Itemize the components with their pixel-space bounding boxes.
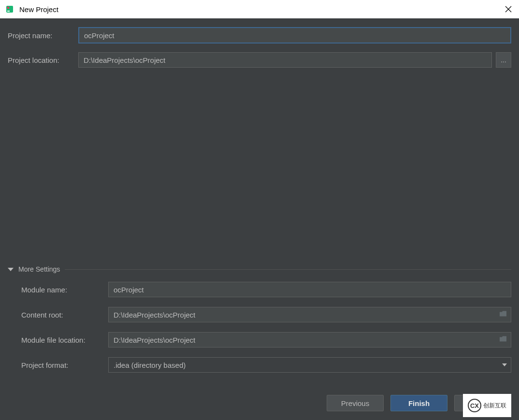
module-file-location-value: D:\IdeaProjects\ocProject [114,336,195,344]
content-root-input[interactable]: D:\IdeaProjects\ocProject [108,307,511,322]
dialog-body: Project name: Project location: ... More… [0,18,519,420]
title-bar: New Project [0,0,519,18]
project-name-row: Project name: [8,27,511,43]
watermark: CX 创新互联 [463,394,511,417]
content-root-value: D:\IdeaProjects\ocProject [114,311,195,319]
module-file-location-row: Module file location: D:\IdeaProjects\oc… [21,332,511,348]
module-file-location-input[interactable]: D:\IdeaProjects\ocProject [108,332,511,348]
project-location-label: Project location: [8,56,78,64]
close-icon[interactable] [505,5,512,13]
separator-line [65,269,511,270]
watermark-icon: CX [468,399,481,412]
project-name-label: Project name: [8,31,78,40]
folder-icon[interactable] [499,336,507,344]
project-location-input[interactable] [78,52,492,68]
module-file-location-label: Module file location: [21,336,108,344]
chevron-down-icon [502,363,507,366]
app-icon [5,4,14,14]
more-settings-section: More Settings Module name: Content root:… [8,265,511,382]
dialog-footer: Previous Finish Cancel CX 创新互联 [8,382,511,420]
svg-rect-3 [7,11,10,12]
project-format-select[interactable]: .idea (directory based) [108,357,511,373]
module-name-row: Module name: [21,282,511,297]
finish-button[interactable]: Finish [390,395,447,411]
chevron-down-icon [8,268,14,271]
project-name-input[interactable] [78,27,511,43]
content-root-row: Content root: D:\IdeaProjects\ocProject [21,307,511,322]
browse-location-button[interactable]: ... [496,52,511,68]
project-format-row: Project format: .idea (directory based) [21,357,511,373]
project-location-row: Project location: ... [8,52,511,68]
watermark-text: 创新互联 [483,402,506,410]
project-format-label: Project format: [21,361,108,369]
content-root-label: Content root: [21,311,108,319]
module-name-label: Module name: [21,286,108,294]
project-format-value: .idea (directory based) [114,361,186,369]
more-settings-label: More Settings [18,265,60,273]
folder-icon[interactable] [499,311,507,319]
more-settings-toggle[interactable]: More Settings [8,265,511,273]
previous-button[interactable]: Previous [327,395,384,411]
window-title: New Project [19,5,58,14]
svg-rect-2 [7,7,9,9]
module-name-input[interactable] [108,282,511,297]
